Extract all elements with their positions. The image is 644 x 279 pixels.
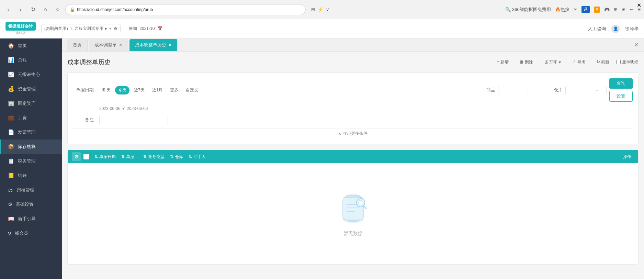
- back-button[interactable]: ‹: [3, 5, 13, 14]
- page-header: 成本调整单历史 + 新增 🗑 删除 🖨 打印 ▾ ↗ 导出: [67, 57, 639, 67]
- table-select-all-checkbox[interactable]: [83, 154, 89, 159]
- tab-cost-adjust[interactable]: 成本调整单 ✕: [89, 39, 128, 51]
- filter-action-btns: 查询 设置: [609, 78, 633, 102]
- table-toolbar: ⚙ ⇅ 单据日期 ⇅ 单据... ⇅ 业务类型: [68, 150, 638, 163]
- app-top-bar: 畅捷通好会计 旗舰版 (勿删勿禁用）江西服宝测试专用 ▾ ＋ ⚙ 账期 2021…: [0, 19, 644, 38]
- scissors-icon: ✂: [574, 7, 577, 12]
- display-detail-toggle[interactable]: 显示明细: [616, 59, 639, 65]
- col-warehouse-label: 仓库: [175, 154, 183, 160]
- data-table: ⚙ ⇅ 单据日期 ⇅ 单据... ⇅ 业务类型: [67, 150, 639, 265]
- set-btn[interactable]: 设置: [609, 91, 633, 102]
- chevron-up-icon: ∧: [338, 131, 341, 136]
- collapse-bar[interactable]: ∧ 收起更多条件: [73, 128, 633, 138]
- apps-icon: ⊞: [614, 7, 618, 12]
- sidebar-item-fixed-assets[interactable]: 🏢 固定资产: [0, 96, 62, 111]
- forward-button[interactable]: ›: [16, 5, 25, 14]
- sidebar-item-archive[interactable]: 🗂 归档管理: [0, 183, 62, 197]
- sidebar-label-vip: 畅会员: [15, 230, 28, 236]
- refresh-btn[interactable]: ↻ 刷新: [592, 57, 613, 67]
- sidebar-label-funds: 资金管理: [18, 86, 36, 92]
- sidebar-item-funds[interactable]: 💰 资金管理: [0, 82, 62, 96]
- filter-row-note: 备注: [73, 116, 633, 124]
- translate-btn[interactable]: 译: [581, 6, 590, 13]
- coin-icon: ¥: [594, 7, 600, 13]
- sidebar-label-settings: 基础设置: [16, 201, 34, 208]
- sidebar-item-invoices[interactable]: 📄 发票管理: [0, 125, 62, 140]
- display-detail-label: 显示明细: [622, 59, 639, 65]
- table-settings-btn[interactable]: ⚙: [72, 152, 81, 161]
- refresh-icon: ↻ 刷新: [597, 59, 609, 65]
- archive-icon: 🗂: [8, 187, 13, 193]
- tab-home[interactable]: 首页: [67, 39, 88, 51]
- sidebar-item-inventory[interactable]: 📦 库存核算: [0, 140, 62, 154]
- display-detail-checkbox[interactable]: [616, 60, 621, 64]
- date-btn-yesterday[interactable]: 昨天: [99, 86, 114, 94]
- sidebar-item-guide[interactable]: 📖 新手引导: [0, 212, 62, 226]
- consultant-btn[interactable]: 人工咨询: [588, 26, 606, 32]
- query-btn[interactable]: 查询: [609, 78, 633, 89]
- sidebar-item-closing[interactable]: 📒 结账: [0, 168, 62, 183]
- sidebar-label-reports: 云报表中心: [18, 71, 40, 78]
- date-btn-7days[interactable]: 近7天: [131, 86, 148, 94]
- invoices-icon: 📄: [8, 129, 14, 135]
- goods-filter-label: 商品: [475, 87, 495, 93]
- sidebar: 🏠 首页 📊 总账 📈 云报表中心 💰 资金管理 🏢 固定资产 💼 工资 📄 发…: [0, 38, 62, 279]
- home-icon: 🏠: [8, 43, 14, 49]
- top-right-tools: 人工咨询 👤 徐泽华: [588, 25, 639, 33]
- tab-cost-adjust-history-close[interactable]: ✕: [168, 43, 172, 47]
- tab-cost-adjust-history-label: 成本调整单历史: [135, 42, 166, 48]
- reports-icon: 📈: [8, 71, 14, 78]
- sidebar-item-settings[interactable]: ⚙ 基础设置: [0, 197, 62, 212]
- date-btn-1month[interactable]: 近1月: [149, 86, 166, 94]
- history-icon: ↩: [630, 7, 634, 12]
- sidebar-item-payroll[interactable]: 💼 工资: [0, 111, 62, 125]
- empty-svg: [336, 191, 370, 225]
- col-doc-num[interactable]: ⇅ 单据...: [118, 154, 140, 160]
- url-bar[interactable]: 🔒 https://cloud.chanjet.com/accounting/u…: [65, 4, 306, 15]
- browser-bolt-icon: ⚡: [318, 7, 323, 12]
- home-button[interactable]: ⌂: [41, 5, 50, 14]
- sidebar-item-home[interactable]: 🏠 首页: [0, 38, 62, 53]
- empty-state: 暂无数据: [68, 163, 638, 264]
- tab-bar: 首页 成本调整单 ✕ 成本调整单历史 ✕ ✕: [62, 38, 644, 52]
- sidebar-label-guide: 新手引导: [18, 216, 36, 222]
- export-btn[interactable]: ↗ 导出: [568, 57, 589, 67]
- col-biz-type-sort-icon: ⇅: [143, 154, 147, 159]
- col-date[interactable]: ⇅ 单据日期: [92, 154, 118, 160]
- sidebar-item-vip[interactable]: V 畅会员: [0, 226, 62, 241]
- tab-cost-adjust-close[interactable]: ✕: [119, 43, 122, 47]
- sidebar-item-reports[interactable]: 📈 云报表中心: [0, 67, 62, 82]
- warehouse-more-btn[interactable]: ···: [595, 88, 598, 92]
- add-btn[interactable]: + 新增: [493, 57, 512, 67]
- sidebar-item-ledger[interactable]: 📊 总账: [0, 53, 62, 67]
- svg-point-5: [358, 200, 363, 205]
- goods-select[interactable]: ···: [498, 86, 539, 94]
- delete-btn[interactable]: 🗑 删除: [516, 57, 537, 67]
- col-handler-sort-icon: ⇅: [189, 154, 192, 159]
- col-warehouse[interactable]: ⇅ 仓库: [167, 154, 186, 160]
- col-handler[interactable]: ⇅ 经手人: [186, 154, 208, 160]
- vip-icon: V: [8, 231, 11, 236]
- payroll-icon: 💼: [8, 115, 14, 121]
- browser-close-btn[interactable]: ✕: [637, 2, 641, 9]
- delete-icon: 🗑 删除: [520, 59, 533, 65]
- browser-grid-icon: ⊞: [311, 7, 315, 12]
- tab-cost-adjust-history[interactable]: 成本调整单历史 ✕: [129, 39, 178, 51]
- period-info: 账期 2021-10 📅: [129, 26, 162, 32]
- refresh-button[interactable]: ↻: [28, 5, 38, 14]
- goods-more-btn[interactable]: ···: [527, 88, 531, 92]
- col-biz-type[interactable]: ⇅ 业务类型: [140, 154, 167, 160]
- date-btn-custom[interactable]: 自定义: [183, 86, 201, 94]
- tab-close-all-btn[interactable]: ✕: [634, 42, 639, 48]
- star-button[interactable]: ☆: [53, 5, 63, 14]
- warehouse-select[interactable]: ···: [565, 86, 607, 94]
- fixed-assets-icon: 🏢: [8, 100, 14, 107]
- date-btn-today[interactable]: 今天: [115, 86, 129, 94]
- gamepad-icon: 🎮: [604, 7, 610, 12]
- company-selector[interactable]: (勿删勿禁用）江西服宝测试专用 ▾ ＋ ⚙: [41, 24, 121, 33]
- note-input[interactable]: [99, 116, 168, 124]
- username-label: 徐泽华: [625, 26, 639, 32]
- print-btn[interactable]: 🖨 打印 ▾: [540, 57, 565, 67]
- date-btn-more[interactable]: 更多: [167, 86, 181, 94]
- sidebar-item-tax[interactable]: 📋 税务管理: [0, 154, 62, 168]
